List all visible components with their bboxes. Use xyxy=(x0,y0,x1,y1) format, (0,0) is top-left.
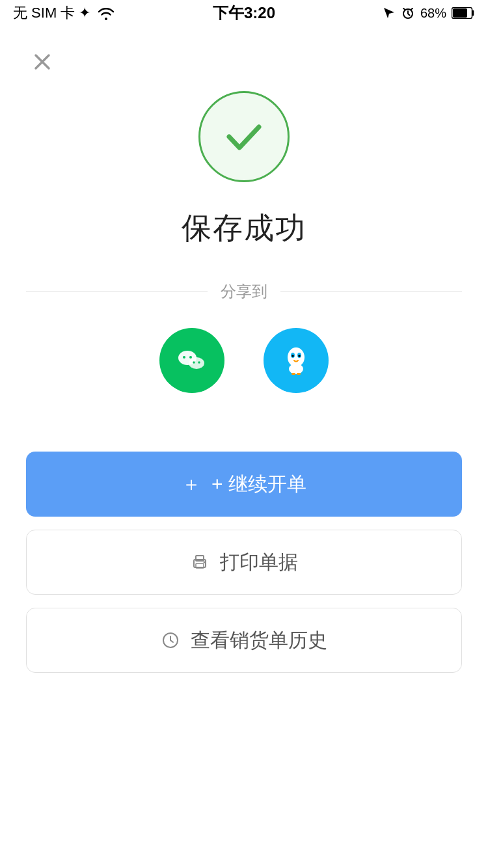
battery-percentage: 68% xyxy=(420,6,446,21)
status-time: 下午3:20 xyxy=(213,3,275,23)
share-section: 分享到 xyxy=(26,281,462,400)
qq-share-button[interactable] xyxy=(264,328,329,393)
svg-point-20 xyxy=(204,562,206,563)
wifi-icon xyxy=(97,6,115,20)
svg-rect-2 xyxy=(453,8,467,18)
continue-label: + 继续开单 xyxy=(211,471,306,498)
divider-line-left xyxy=(26,292,208,292)
svg-rect-15 xyxy=(291,373,295,375)
history-button[interactable]: 查看销货单历史 xyxy=(26,608,462,673)
svg-rect-16 xyxy=(297,373,301,375)
sim-status: 无 SIM 卡 ✦ xyxy=(13,3,90,23)
svg-point-6 xyxy=(189,356,192,359)
status-bar: 无 SIM 卡 ✦ 下午3:20 68% xyxy=(0,0,488,26)
success-icon-circle xyxy=(198,91,290,182)
history-label: 查看销货单历史 xyxy=(191,627,327,654)
action-buttons: ＋ + 继续开单 打印单据 查看销货单历 xyxy=(26,452,462,673)
divider-row: 分享到 xyxy=(26,281,462,302)
plus-icon: ＋ xyxy=(182,471,201,498)
svg-point-4 xyxy=(189,357,204,369)
svg-point-11 xyxy=(291,355,294,357)
svg-point-7 xyxy=(193,361,195,363)
print-icon xyxy=(190,552,210,572)
svg-point-5 xyxy=(183,356,185,359)
print-label: 打印单据 xyxy=(220,549,298,576)
status-left: 无 SIM 卡 ✦ xyxy=(13,3,115,23)
alarm-icon xyxy=(401,6,415,20)
svg-point-8 xyxy=(198,361,200,363)
close-button[interactable] xyxy=(26,46,59,78)
status-right: 68% xyxy=(383,6,475,21)
share-icons xyxy=(26,328,462,393)
share-label: 分享到 xyxy=(221,281,267,302)
continue-button[interactable]: ＋ + 继续开单 xyxy=(26,452,462,517)
wechat-share-button[interactable] xyxy=(159,328,224,393)
battery-icon xyxy=(452,7,475,19)
main-content: 保存成功 分享到 xyxy=(0,26,488,868)
success-title: 保存成功 xyxy=(182,208,306,249)
clock-icon xyxy=(161,631,180,650)
print-button[interactable]: 打印单据 xyxy=(26,530,462,595)
svg-point-14 xyxy=(289,364,303,374)
svg-point-13 xyxy=(298,355,301,357)
divider-line-right xyxy=(280,292,462,292)
location-icon xyxy=(383,7,396,20)
